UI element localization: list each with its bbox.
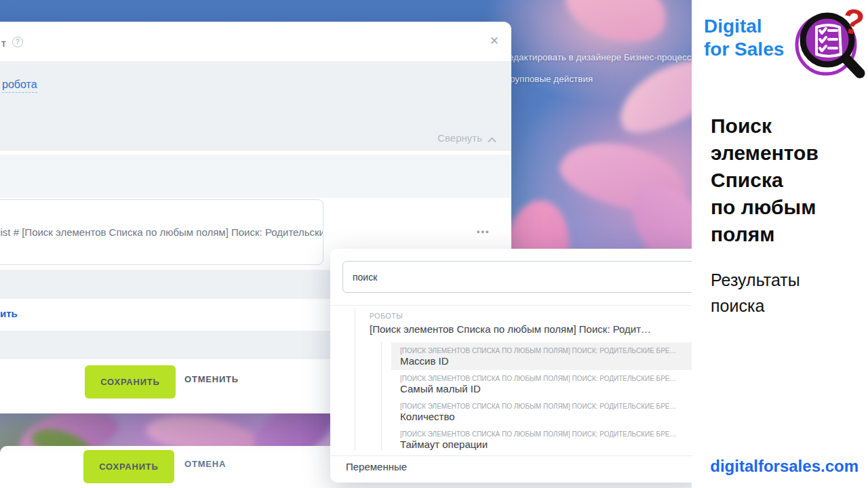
robot-result-item[interactable]: [Поиск элементов Списка по любым полям] … [370,323,651,335]
brand-line: Digital [704,15,784,38]
help-icon[interactable]: ? [12,37,23,47]
result-row[interactable]: [ПОИСК ЭЛЕМЕНТОВ СПИСКА ПО ЛЮБЫМ ПОЛЯМ] … [391,398,705,426]
dialog-header: т ? ✕ [0,22,511,61]
result-label: Количество [400,411,455,422]
title-line: элементов [711,140,818,167]
slide-subtitle: Результаты поиска [711,267,800,319]
result-path: [ПОИСК ЭЛЕМЕНТОВ СПИСКА ПО ЛЮБЫМ ПОЛЯМ] … [400,403,698,410]
bg-link-designer[interactable]: едактировать в дизайнере Бизнес-процессо [509,52,696,62]
subtitle-line: Результаты [711,267,800,293]
result-row[interactable]: [ПОИСК ЭЛЕМЕНТОВ СПИСКА ПО ЛЮБЫМ ПОЛЯМ] … [391,342,705,370]
robot-type-link[interactable]: робота [2,79,37,93]
add-link[interactable]: ить [0,308,18,319]
title-line: полям [711,221,818,248]
result-path: [ПОИСК ЭЛЕМЕНТОВ СПИСКА ПО ЛЮБЫМ ПОЛЯМ] … [400,375,698,382]
save-button[interactable]: СОХРАНИТЬ [83,450,174,483]
tree-guide-line [355,308,355,451]
search-input[interactable] [342,261,702,293]
group-label-robots: РОБОТЫ [370,312,403,320]
variables-tab[interactable]: Переменные [346,461,407,472]
variable-search-dropdown: РОБОТЫ [Поиск элементов Списка по любым … [330,249,705,483]
tree-guide-line [381,342,382,451]
cancel-link[interactable]: ОТМЕНА [184,459,226,469]
result-label: Массив ID [400,355,449,367]
dialog-subsection [0,155,511,198]
expression-value: :list # [Поиск элементов Списка по любым… [0,226,323,238]
result-path: [ПОИСК ЭЛЕМЕНТОВ СПИСКА ПО ЛЮБЫМ ПОЛЯМ] … [400,430,698,438]
close-icon[interactable]: ✕ [490,34,499,48]
chevron-up-icon [488,137,496,146]
expression-field[interactable]: :list # [Поиск элементов Списка по любым… [0,199,323,265]
save-button[interactable]: СОХРАНИТЬ [85,365,176,399]
result-row[interactable]: [ПОИСК ЭЛЕМЕНТОВ СПИСКА ПО ЛЮБЫМ ПОЛЯМ] … [391,370,705,398]
divider [330,305,705,306]
title-line: Списка [711,167,818,194]
title-line: Поиск [711,113,818,140]
bg-link-group-actions[interactable]: рупповые действия [510,74,593,84]
more-options-icon[interactable]: ••• [477,226,490,237]
cancel-link[interactable]: ОТМЕНИТЬ [184,374,239,384]
dialog-settings-section: робота Свернуть [0,61,511,150]
branding-sidebar: Digital for Sales ? Поиск элементов Спис… [692,0,868,488]
website-url: digitalforsales.com [710,457,859,476]
slide-title: Поиск элементов Списка по любым полям [711,113,818,248]
flower-petal [559,0,675,53]
collapse-label: Свернуть [437,132,482,144]
result-row[interactable]: [ПОИСК ЭЛЕМЕНТОВ СПИСКА ПО ЛЮБЫМ ПОЛЯМ] … [391,426,705,453]
svg-text:?: ? [840,3,865,43]
brand-line: for Sales [704,38,784,61]
result-label: Самый малый ID [400,383,481,394]
brand-logo-text: Digital for Sales [704,15,784,61]
result-label: Таймаут операции [400,439,488,450]
screenshot-stage: едактировать в дизайнере Бизнес-процессо… [0,0,868,488]
search-checklist-logo-icon: ? [795,3,865,79]
dialog-title: т [1,37,6,49]
divider [330,455,705,456]
result-path: [ПОИСК ЭЛЕМЕНТОВ СПИСКА ПО ЛЮБЫМ ПОЛЯМ] … [400,347,698,354]
subtitle-line: поиска [711,293,800,319]
title-line: по любым [711,194,818,221]
collapse-control[interactable]: Свернуть [437,132,495,144]
